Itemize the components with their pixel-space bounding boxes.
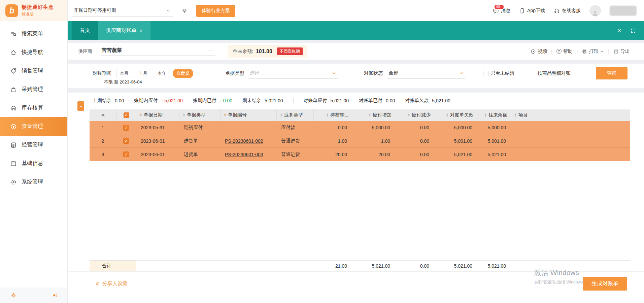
account-set-select[interactable]: 开账日期可停用可删 — [72, 5, 173, 16]
settings-gear-icon[interactable] — [10, 292, 17, 299]
select-all-cell[interactable]: ✓ — [116, 109, 136, 121]
menu-label: 库存核算 — [22, 104, 43, 111]
supplier-select[interactable]: 苦苦蔬菜 ··· — [101, 47, 215, 56]
app-download-button[interactable]: App下载 — [519, 8, 545, 14]
column-header-increase[interactable]: ▲▼应付增加 — [352, 109, 395, 121]
sidebar-item-purchase[interactable]: 采购管理 — [0, 80, 67, 99]
tab-active-label: 供应商对账单 — [106, 27, 136, 34]
total-balance: 5,021.00 — [477, 261, 511, 271]
cell-doc-type: 进货单 — [179, 134, 220, 147]
doc-no-link[interactable]: PS-20230601-003 — [225, 152, 263, 157]
system-icon — [10, 179, 17, 186]
table-row[interactable]: 3 ✓ 2023-06-01 进货单 PS-20230601-003 普通进货 … — [90, 148, 630, 161]
messages-button[interactable]: 99+ 消息 — [493, 8, 510, 14]
sort-icon[interactable]: ▲▼ — [484, 113, 487, 117]
statement-table: ✓ ▲▼单据日期 ▲▼单据类型 ▲▼单据编号 ▲▼业务类型 ▲▼待核销... ▲… — [90, 109, 630, 161]
cell-pending: 1.00 — [313, 134, 352, 147]
sort-icon[interactable]: ▲▼ — [224, 113, 226, 117]
period-custom-button[interactable]: 自定义 — [173, 69, 193, 78]
table-header: ✓ ▲▼单据日期 ▲▼单据类型 ▲▼单据编号 ▲▼业务类型 ▲▼待核销... ▲… — [90, 109, 630, 121]
sidebar: b 畅捷通好生意 标准版 搜索菜单 快捷导航 销售管理 采购管理 — [0, 0, 68, 303]
sidebar-item-inventory[interactable]: 库存核算 — [0, 99, 67, 117]
video-play-icon — [531, 49, 536, 54]
sort-icon[interactable]: ▲▼ — [446, 113, 448, 117]
sort-icon[interactable]: ▲▼ — [280, 113, 282, 117]
row-checkbox[interactable]: ✓ — [123, 125, 129, 131]
online-service-label: 在线客服 — [562, 8, 581, 14]
sidebar-item-operations[interactable]: 经营管理 — [0, 136, 67, 154]
trial-solution-button[interactable]: 体验行业方案 — [196, 5, 235, 17]
cell-decrease: 0.00 — [395, 121, 434, 134]
sidebar-item-basic-info[interactable]: 基础信息 — [0, 154, 67, 173]
table-row[interactable]: 2 ✓ 2023-06-01 进货单 PS-20230601-002 普通进货 … — [90, 134, 630, 148]
column-header-biz-type[interactable]: ▲▼业务类型 — [276, 109, 313, 121]
close-all-tabs-icon[interactable]: × — [618, 27, 621, 34]
share-settings-button[interactable]: 分享人设置 — [95, 280, 128, 287]
totals-label: 合计: — [90, 261, 136, 271]
tab-close-icon[interactable]: × — [140, 28, 142, 33]
column-header-balance[interactable]: ▲▼往来余额 — [477, 109, 511, 121]
user-avatar[interactable] — [589, 5, 601, 16]
sort-icon[interactable]: ▲▼ — [140, 113, 142, 117]
column-settings-cell[interactable] — [90, 109, 116, 121]
by-product-label: 按商品明细对账 — [538, 70, 571, 76]
column-header-doc-type[interactable]: ▲▼单据类型 — [179, 109, 220, 121]
sort-icon[interactable]: ▲▼ — [183, 113, 185, 117]
export-icon — [613, 49, 619, 54]
logo-text: 畅捷通好生意 标准版 — [22, 4, 54, 17]
sidebar-item-search-menu[interactable]: 搜索菜单 — [0, 25, 67, 43]
period-last-month-button[interactable]: 上月 — [135, 69, 151, 78]
select-all-checkbox[interactable]: ✓ — [124, 112, 129, 118]
status-select[interactable]: 全部 — [387, 68, 465, 79]
tab-supplier-statement[interactable]: 供应商对账单 × — [98, 21, 150, 40]
doc-no-link[interactable]: PS-20230601-002 — [225, 138, 263, 144]
sort-icon[interactable]: ▲▼ — [408, 113, 410, 117]
column-header-doc-no[interactable]: ▲▼单据编号 — [220, 109, 276, 121]
column-header-owed[interactable]: ▲▼对账单欠款 — [434, 109, 477, 121]
column-header-pending[interactable]: ▲▼待核销... — [313, 109, 352, 121]
only-unsettled-checkbox[interactable]: 只看未结清 — [483, 70, 514, 76]
total-pending: 21.00 — [313, 261, 352, 271]
account-settings-gear-icon[interactable] — [181, 8, 188, 14]
by-product-checkbox[interactable]: 按商品明细对账 — [530, 70, 571, 76]
chevron-down-icon — [600, 49, 604, 54]
video-button[interactable]: 视频 — [531, 48, 547, 55]
help-button[interactable]: ? 帮助 — [556, 48, 573, 55]
generate-statement-button[interactable]: 生成对账单 — [583, 277, 627, 291]
sidebar-item-sales[interactable]: 销售管理 — [0, 62, 67, 80]
only-unsettled-label: 只看未结清 — [491, 70, 514, 76]
doc-type-select[interactable]: 选择... — [248, 68, 338, 79]
online-service-button[interactable]: 在线客服 — [554, 8, 581, 14]
column-header-project[interactable]: ▲▼项目 — [511, 109, 630, 121]
collapse-panel-handle[interactable]: » — [77, 101, 84, 111]
sidebar-item-quick-nav[interactable]: 快捷导航 — [0, 43, 67, 62]
table-row[interactable]: 1 ✓ 2023-05-31 期初应付 应付款 0.00 5,000.00 0.… — [90, 121, 630, 134]
print-label: 打印 — [589, 48, 598, 55]
cell-pending: 20.00 — [313, 148, 352, 161]
speaker-icon[interactable] — [52, 292, 59, 299]
separator: | — [577, 49, 578, 54]
cell-date: 2023-05-31 — [136, 121, 179, 134]
gear-icon — [95, 281, 100, 287]
fullscreen-icon[interactable] — [631, 28, 636, 33]
more-icon[interactable]: ··· — [207, 47, 213, 53]
column-header-date[interactable]: ▲▼单据日期 — [136, 109, 179, 121]
column-header-decrease[interactable]: ▲▼应付减少 — [395, 109, 434, 121]
sidebar-item-system[interactable]: 系统管理 — [0, 173, 67, 191]
app-download-label: App下载 — [527, 8, 545, 14]
sort-icon[interactable]: ▲▼ — [514, 113, 517, 117]
menu-label: 资金管理 — [22, 123, 43, 130]
cell-pending: 0.00 — [313, 121, 352, 134]
sort-icon[interactable]: ▲▼ — [369, 113, 371, 117]
period-this-month-button[interactable]: 本月 — [116, 69, 132, 78]
tab-home[interactable]: 首页 — [72, 21, 98, 40]
sidebar-item-funds[interactable]: 资金管理 — [0, 117, 67, 136]
period-this-year-button[interactable]: 本年 — [154, 69, 170, 78]
summary-label: 期末结余 — [242, 98, 261, 104]
sort-icon[interactable]: ▲▼ — [326, 113, 329, 117]
row-checkbox[interactable]: ✓ — [123, 152, 129, 157]
row-checkbox[interactable]: ✓ — [123, 138, 129, 144]
print-button[interactable]: 打印 — [582, 48, 604, 55]
query-button[interactable]: 查询 — [596, 67, 628, 79]
export-button[interactable]: 导出 — [613, 48, 630, 55]
